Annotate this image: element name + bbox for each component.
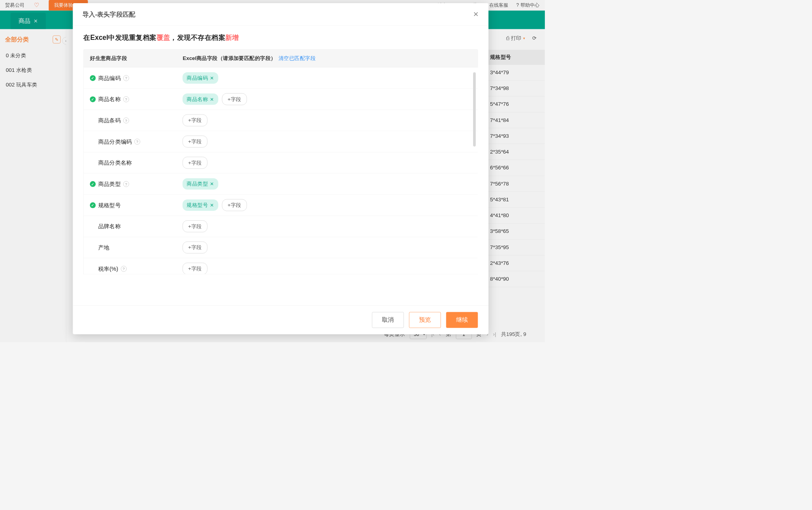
- help-icon[interactable]: ?: [123, 181, 129, 187]
- mapping-row: 品牌名称+字段: [84, 216, 477, 237]
- mapping-header: 好生意商品字段 Excel商品字段（请添加要匹配的字段） 清空已匹配字段: [83, 49, 478, 68]
- check-placeholder: [90, 223, 96, 229]
- field-label: 规格型号: [99, 201, 121, 209]
- help-icon[interactable]: ?: [123, 75, 129, 81]
- check-icon: ✓: [90, 75, 96, 81]
- check-placeholder: [90, 118, 96, 124]
- remove-chip-icon[interactable]: ✕: [210, 181, 214, 187]
- field-label: 商品类型: [99, 180, 121, 188]
- chip-label: 规格型号: [187, 202, 208, 209]
- mapping-row: 商品分类名称+字段: [84, 152, 477, 174]
- mapped-chip[interactable]: 商品名称✕: [183, 94, 219, 105]
- check-placeholder: [90, 160, 96, 166]
- mapping-row: ✓规格型号规格型号✕+字段: [84, 195, 477, 216]
- add-field-button[interactable]: +字段: [183, 136, 208, 148]
- mapping-row: 商品条码?+字段: [84, 110, 477, 131]
- check-icon: ✓: [90, 181, 96, 187]
- cancel-button[interactable]: 取消: [372, 312, 404, 328]
- field-label: 商品条码: [99, 117, 121, 124]
- check-icon: ✓: [90, 202, 96, 208]
- add-field-button[interactable]: +字段: [222, 199, 247, 211]
- remove-chip-icon[interactable]: ✕: [210, 96, 214, 102]
- field-label: 品牌名称: [99, 223, 121, 230]
- field-label: 商品分类名称: [99, 159, 132, 167]
- chip-label: 商品编码: [187, 75, 208, 82]
- modal-title: 导入-表头字段匹配: [82, 10, 135, 18]
- mapping-row: ✓商品类型?商品类型✕: [84, 174, 477, 195]
- field-label: 商品名称: [99, 96, 121, 103]
- mapping-row: ✓商品名称?商品名称✕+字段: [84, 89, 477, 110]
- mapping-row: ✓商品编码?商品编码✕: [84, 68, 477, 89]
- help-icon[interactable]: ?: [123, 118, 129, 124]
- import-mapping-modal: 导入-表头字段匹配 ✕ 在Excel中发现重复档案覆盖，发现不存在档案新增 好生…: [73, 3, 488, 334]
- remove-chip-icon[interactable]: ✕: [210, 75, 214, 81]
- header-left: 好生意商品字段: [84, 49, 176, 67]
- help-icon[interactable]: ?: [123, 96, 129, 102]
- add-field-button[interactable]: +字段: [183, 157, 208, 169]
- check-placeholder: [90, 266, 96, 272]
- clear-mapped-link[interactable]: 清空已匹配字段: [279, 55, 316, 62]
- mapped-chip[interactable]: 规格型号✕: [183, 199, 219, 211]
- scrollbar-thumb[interactable]: [473, 72, 476, 146]
- chip-label: 商品类型: [187, 180, 208, 188]
- continue-button[interactable]: 继续: [446, 312, 478, 328]
- mapped-chip[interactable]: 商品类型✕: [183, 178, 219, 190]
- check-icon: ✓: [90, 96, 96, 102]
- header-right: Excel商品字段（请添加要匹配的字段）: [183, 55, 276, 62]
- help-icon[interactable]: ?: [135, 139, 140, 144]
- field-label: 税率(%): [99, 265, 118, 272]
- mapped-chip[interactable]: 商品编码✕: [183, 72, 219, 84]
- add-field-button[interactable]: +字段: [183, 242, 208, 253]
- field-label: 产地: [99, 244, 110, 251]
- add-field-button[interactable]: +字段: [222, 93, 247, 105]
- help-icon[interactable]: ?: [121, 266, 127, 272]
- close-icon[interactable]: ✕: [473, 11, 479, 18]
- mapping-rows[interactable]: ✓商品编码?商品编码✕✓商品名称?商品名称✕+字段商品条码?+字段商品分类编码?…: [83, 68, 478, 274]
- modal-banner: 在Excel中发现重复档案覆盖，发现不存在档案新增: [83, 33, 478, 42]
- add-field-button[interactable]: +字段: [183, 220, 208, 232]
- check-placeholder: [90, 139, 96, 144]
- field-label: 商品分类编码: [99, 138, 132, 145]
- mapping-row: 税率(%)?+字段: [84, 258, 477, 274]
- add-field-button[interactable]: +字段: [183, 263, 208, 274]
- check-placeholder: [90, 245, 96, 251]
- modal-footer: 取消 预览 继续: [73, 306, 488, 334]
- preview-button[interactable]: 预览: [409, 312, 441, 328]
- chip-label: 商品名称: [187, 96, 208, 103]
- mapping-row: 商品分类编码?+字段: [84, 131, 477, 152]
- field-label: 商品编码: [99, 74, 121, 82]
- remove-chip-icon[interactable]: ✕: [210, 202, 214, 208]
- add-field-button[interactable]: +字段: [183, 114, 208, 126]
- mapping-row: 产地+字段: [84, 237, 477, 259]
